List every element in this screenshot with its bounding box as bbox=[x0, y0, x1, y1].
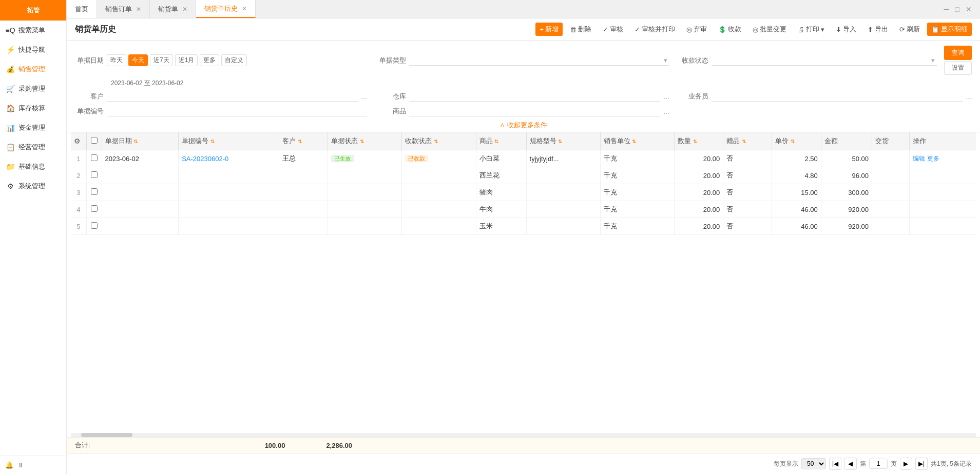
docno-input[interactable] bbox=[107, 106, 367, 116]
audit-button[interactable]: ✓ 审核 bbox=[599, 23, 627, 36]
th-spec[interactable]: 规格型号 ⇅ bbox=[526, 132, 600, 150]
import-button[interactable]: ⬇ 导入 bbox=[832, 23, 860, 36]
close-btn[interactable]: ✕ bbox=[963, 5, 975, 13]
th-collect-status[interactable]: 收款状态 ⇅ bbox=[402, 132, 476, 150]
th-quantity[interactable]: 数量 ⇅ bbox=[674, 132, 723, 150]
row-doc-no[interactable] bbox=[179, 184, 279, 201]
th-checkbox[interactable] bbox=[86, 132, 102, 150]
date-btn-custom[interactable]: 自定义 bbox=[221, 54, 247, 66]
th-gift[interactable]: 赠品 ⇅ bbox=[723, 132, 772, 150]
sidebar-item-search-menu[interactable]: ≡Q 搜索菜单 bbox=[0, 21, 66, 40]
collectstatus-dropdown-icon[interactable]: ▾ bbox=[931, 56, 935, 64]
filter-collectstatus-row: 收款状态 ▾ 查询 设置 bbox=[680, 46, 972, 75]
sidebar-item-system-mgmt[interactable]: ⚙ 系统管理 bbox=[0, 176, 66, 196]
horizontal-scrollbar[interactable] bbox=[71, 433, 976, 437]
sidebar-item-finance[interactable]: 📊 资金管理 bbox=[0, 118, 66, 137]
print-button[interactable]: 🖨 打印 ▾ bbox=[794, 23, 829, 36]
sidebar-item-business-mgmt[interactable]: 📋 经营管理 bbox=[0, 137, 66, 157]
tab-home[interactable]: 首页 bbox=[67, 0, 97, 18]
new-button[interactable]: + 新增 bbox=[535, 23, 563, 36]
maximize-btn[interactable]: □ bbox=[952, 5, 963, 13]
row-checkbox-cell[interactable] bbox=[86, 184, 102, 201]
row-doc-no[interactable]: SA-20230602-0 bbox=[179, 150, 279, 167]
business-dots[interactable]: ... bbox=[966, 92, 972, 101]
prev-page-btn[interactable]: ◀ bbox=[844, 458, 857, 470]
row-checkbox-cell[interactable] bbox=[86, 167, 102, 184]
business-input[interactable] bbox=[712, 91, 963, 102]
goods-dots[interactable]: ... bbox=[663, 107, 669, 115]
settings-button[interactable]: 设置 bbox=[944, 61, 972, 75]
scrollbar-thumb[interactable] bbox=[81, 433, 132, 437]
row-doc-no[interactable] bbox=[179, 167, 279, 184]
row-doc-no[interactable] bbox=[179, 201, 279, 218]
customer-dots[interactable]: ... bbox=[361, 92, 367, 101]
date-btn-1month[interactable]: 近1月 bbox=[175, 54, 198, 66]
row-checkbox[interactable] bbox=[91, 154, 98, 161]
first-page-btn[interactable]: |◀ bbox=[829, 458, 841, 470]
show-detail-button[interactable]: 📋 显示明细 bbox=[927, 23, 972, 36]
sidebar-item-quick-nav[interactable]: ⚡ 快捷导航 bbox=[0, 40, 66, 60]
notification-icon[interactable]: 🔔 bbox=[5, 461, 13, 469]
main-area: 首页 销售订单 ✕ 销货单 ✕ 销货单历史 ✕ ─ □ ✕ 销货单历史 + 新增 bbox=[67, 0, 980, 474]
row-checkbox[interactable] bbox=[91, 205, 98, 212]
th-unit-price[interactable]: 单价 ⇅ bbox=[772, 132, 821, 150]
edit-action[interactable]: 编辑 bbox=[913, 155, 925, 162]
row-checkbox[interactable] bbox=[91, 222, 98, 229]
th-doc-status[interactable]: 单据状态 ⇅ bbox=[328, 132, 402, 150]
collapse-bar[interactable]: ∧ 收起更多条件 bbox=[67, 118, 980, 132]
pause-icon[interactable]: ⏸ bbox=[17, 461, 24, 469]
th-unit[interactable]: 销售单位 ⇅ bbox=[600, 132, 674, 150]
new-icon: + bbox=[540, 26, 544, 33]
delete-button[interactable]: 🗑 删除 bbox=[566, 23, 595, 36]
row-checkbox[interactable] bbox=[91, 171, 98, 178]
table-container[interactable]: ⚙ 单据日期 ⇅ 单据编号 ⇅ 客户 ⇅ bbox=[67, 132, 980, 433]
warehouse-input[interactable] bbox=[409, 91, 660, 102]
select-all-checkbox[interactable] bbox=[91, 137, 98, 144]
page-size-select[interactable]: 50 bbox=[801, 458, 826, 469]
tab-sales-history[interactable]: 销货单历史 ✕ bbox=[196, 0, 256, 18]
row-checkbox-cell[interactable] bbox=[86, 218, 102, 235]
last-page-btn[interactable]: ▶| bbox=[915, 458, 928, 470]
sidebar-item-inventory[interactable]: 🏠 库存核算 bbox=[0, 98, 66, 118]
total-records: 共1页, 5条记录 bbox=[931, 460, 972, 468]
date-btn-yesterday[interactable]: 昨天 bbox=[107, 54, 126, 66]
row-checkbox-cell[interactable] bbox=[86, 150, 102, 167]
th-doc-no[interactable]: 单据编号 ⇅ bbox=[179, 132, 279, 150]
minimize-btn[interactable]: ─ bbox=[941, 5, 952, 13]
search-menu-icon: ≡Q bbox=[6, 26, 14, 34]
date-btn-today[interactable]: 今天 bbox=[128, 54, 148, 66]
audit-print-button[interactable]: ✓ 审核并打印 bbox=[630, 23, 679, 36]
row-gift: 否 bbox=[723, 218, 772, 235]
sidebar-item-base-info[interactable]: 📁 基础信息 bbox=[0, 157, 66, 176]
th-doc-date[interactable]: 单据日期 ⇅ bbox=[102, 132, 179, 150]
row-checkbox[interactable] bbox=[91, 188, 98, 195]
current-page-input[interactable] bbox=[869, 459, 888, 469]
row-doc-no[interactable] bbox=[179, 218, 279, 235]
goods-input[interactable] bbox=[409, 106, 660, 116]
more-action[interactable]: 更多 bbox=[927, 155, 939, 162]
date-btn-more[interactable]: 更多 bbox=[200, 54, 219, 66]
sidebar-item-purchase-mgmt[interactable]: 🛒 采购管理 bbox=[0, 79, 66, 98]
customer-input[interactable] bbox=[107, 91, 358, 102]
collect-button[interactable]: 💲 收款 bbox=[714, 23, 745, 36]
refresh-button[interactable]: ⟳ 刷新 bbox=[895, 23, 924, 36]
data-table: ⚙ 单据日期 ⇅ 单据编号 ⇅ 客户 ⇅ bbox=[71, 132, 976, 235]
th-goods[interactable]: 商品 ⇅ bbox=[476, 132, 526, 150]
query-button[interactable]: 查询 bbox=[944, 46, 972, 60]
export-button[interactable]: ⬆ 导出 bbox=[863, 23, 892, 36]
row-checkbox-cell[interactable] bbox=[86, 201, 102, 218]
sidebar-item-sales-mgmt[interactable]: 💰 销售管理 bbox=[0, 60, 66, 79]
date-btn-7days[interactable]: 近7天 bbox=[150, 54, 173, 66]
tab-sales-goods-close[interactable]: ✕ bbox=[182, 6, 187, 13]
tab-sales-order-close[interactable]: ✕ bbox=[136, 6, 141, 13]
th-customer[interactable]: 客户 ⇅ bbox=[279, 132, 328, 150]
doctype-dropdown-icon[interactable]: ▾ bbox=[664, 56, 667, 64]
tab-sales-goods[interactable]: 销货单 ✕ bbox=[150, 0, 196, 18]
tab-sales-order[interactable]: 销售订单 ✕ bbox=[97, 0, 150, 18]
th-gear[interactable]: ⚙ bbox=[71, 132, 86, 150]
next-page-btn[interactable]: ▶ bbox=[900, 458, 912, 470]
abandon-button[interactable]: ◎ 弃审 bbox=[682, 23, 711, 36]
tab-sales-history-close[interactable]: ✕ bbox=[242, 5, 247, 12]
batch-change-button[interactable]: ◎ 批量变更 bbox=[748, 23, 791, 36]
warehouse-dots[interactable]: ... bbox=[663, 92, 669, 101]
